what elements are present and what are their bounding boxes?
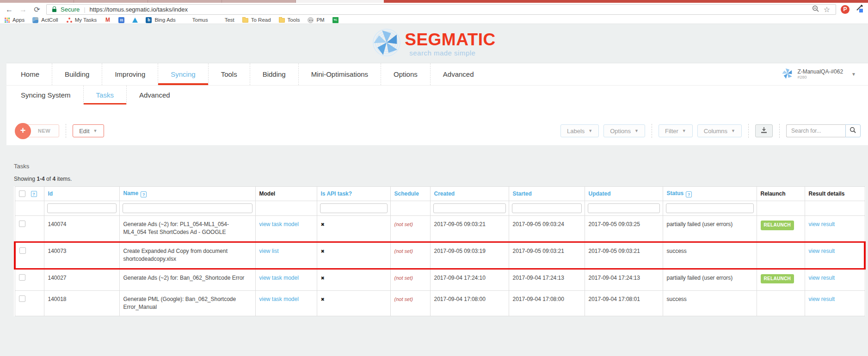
edit-button[interactable]: Edit ▼ — [73, 124, 104, 137]
colorzilla-extension-icon[interactable] — [855, 5, 863, 15]
sort-link-schedule[interactable]: Schedule — [394, 190, 419, 197]
forward-button[interactable]: → — [18, 6, 28, 14]
filter-input-started[interactable] — [512, 203, 582, 213]
filter-input-name[interactable] — [123, 203, 252, 213]
browser-tab[interactable] — [74, 0, 148, 3]
view-model-link[interactable]: view task model — [259, 275, 299, 281]
new-task-button[interactable]: + NEW — [15, 124, 59, 137]
filter-cell-schedule — [390, 201, 430, 216]
row-checkbox[interactable] — [19, 247, 26, 254]
view-model-link[interactable]: view task model — [259, 296, 299, 302]
sort-link-updated[interactable]: Updated — [589, 190, 611, 197]
column-header-result-details: Result details — [805, 187, 865, 201]
filter-cell-relaunch — [757, 201, 805, 216]
filter-cell-id — [44, 201, 119, 216]
folder-icon — [279, 18, 285, 23]
row-checkbox[interactable] — [19, 274, 25, 281]
nav-tab-mini-optimisations[interactable]: Mini-Optimisations — [298, 63, 381, 85]
labels-button[interactable]: Labels▼ — [560, 124, 599, 137]
select-all-checkbox[interactable] — [19, 190, 25, 197]
ms-squares-icon — [216, 17, 222, 23]
bookmark-test[interactable]: Test — [216, 17, 234, 23]
cell-model: view task model — [255, 216, 317, 242]
filter-input-created[interactable] — [433, 203, 506, 213]
bookmark-tc[interactable]: TC — [332, 17, 339, 23]
bookmark-bing-ads[interactable]: bBing Ads — [146, 17, 175, 23]
address-bar[interactable]: Secure | https://tomus.segmatic.io/tasks… — [46, 4, 836, 15]
bookmark-apps[interactable]: Apps — [5, 17, 25, 23]
tab-strip-background — [384, 0, 868, 3]
filter-input-status[interactable] — [666, 203, 754, 213]
filter-input-is-api-task[interactable] — [320, 203, 388, 213]
view-model-link[interactable]: view list — [259, 248, 279, 254]
relaunch-button[interactable]: RELAUNCH — [761, 221, 794, 230]
filter-input-updated[interactable] — [588, 203, 660, 213]
reload-button[interactable]: ⟳ — [32, 5, 42, 14]
column-header-updated: Updated — [585, 187, 663, 201]
sort-link-model: Model — [259, 190, 276, 197]
bookmark-actcoll[interactable]: ActColl — [32, 17, 58, 23]
back-button[interactable]: ← — [5, 6, 14, 14]
view-result-link[interactable]: view result — [809, 296, 835, 302]
nav-tab-advanced[interactable]: Advanced — [430, 63, 486, 85]
x-mark-icon: ✖ — [321, 276, 325, 281]
bookmark-tomus[interactable]: Tomus — [184, 17, 208, 23]
nav-tab-tools[interactable]: Tools — [208, 63, 250, 85]
nav-tab-options[interactable]: Options — [381, 63, 430, 85]
nav-tab-bidding[interactable]: Bidding — [250, 63, 298, 85]
nav-tab-improving[interactable]: Improving — [102, 63, 158, 85]
bookmark-analytics[interactable] — [132, 18, 138, 23]
browser-tab[interactable] — [148, 0, 222, 3]
chevron-down-icon: ▼ — [634, 129, 639, 133]
bookmark-to-read[interactable]: To Read — [242, 17, 271, 23]
help-icon[interactable]: ? — [141, 191, 147, 197]
bookmark-gmail[interactable]: M — [105, 17, 111, 23]
bookmark-star-icon[interactable]: ☆ — [824, 5, 830, 14]
nav-tab-building[interactable]: Building — [52, 63, 102, 85]
sort-link-name[interactable]: Name — [123, 190, 139, 196]
table-row: 140018Generate PML (Google): Ban_062_Sho… — [15, 290, 865, 316]
cell-name: Create Expanded Ad Copy from document sh… — [119, 242, 255, 269]
filter-button[interactable]: Filter▼ — [659, 124, 693, 137]
pocket-extension-icon[interactable]: P — [841, 5, 850, 14]
page-title: Tasks — [14, 163, 864, 170]
row-checkbox[interactable] — [19, 221, 25, 227]
help-icon[interactable]: ? — [686, 191, 692, 197]
browser-tab[interactable] — [222, 0, 296, 3]
bookmark-calendar-31[interactable]: 31 — [118, 17, 124, 23]
zoom-out-icon[interactable] — [812, 5, 819, 14]
bookmark-pm[interactable]: PM — [308, 17, 324, 23]
download-button[interactable] — [755, 124, 773, 137]
help-icon[interactable]: ? — [31, 191, 37, 197]
search-button[interactable] — [845, 124, 861, 137]
nav-tab-syncing[interactable]: Syncing — [158, 63, 208, 85]
view-model-link[interactable]: view task model — [259, 221, 299, 227]
browser-tab[interactable] — [0, 0, 74, 3]
cell-is-api-task: ✖ — [317, 269, 390, 290]
view-result-link[interactable]: view result — [809, 248, 835, 254]
columns-button[interactable]: Columns▼ — [697, 124, 742, 137]
subnav-tab-syncing-system[interactable]: Syncing System — [8, 86, 83, 104]
toolbar-divider — [779, 124, 780, 138]
sort-link-created[interactable]: Created — [434, 190, 455, 197]
bookmark-tools[interactable]: Tools — [279, 17, 300, 23]
user-menu[interactable]: Z-ManualQA-#062 #280 ▼ — [782, 63, 856, 85]
options-button[interactable]: Options▼ — [603, 124, 645, 137]
view-result-link[interactable]: view result — [809, 275, 835, 281]
cell-id: 140018 — [44, 290, 119, 316]
sort-link-started[interactable]: Started — [513, 190, 532, 197]
sort-link-is-api-task[interactable]: Is API task? — [321, 190, 352, 197]
gmail-icon: M — [105, 17, 111, 23]
filter-input-id[interactable] — [47, 203, 117, 213]
search-input[interactable] — [786, 124, 845, 137]
subnav-tab-tasks[interactable]: Tasks — [83, 86, 126, 104]
bookmark-my-tasks[interactable]: My Tasks — [66, 17, 97, 23]
sort-link-id[interactable]: Id — [48, 190, 53, 197]
browser-active-tab[interactable] — [296, 0, 384, 3]
nav-tab-home[interactable]: Home — [8, 63, 52, 85]
row-checkbox[interactable] — [19, 295, 25, 302]
subnav-tab-advanced[interactable]: Advanced — [126, 86, 183, 104]
relaunch-button[interactable]: RELAUNCH — [761, 274, 794, 284]
view-result-link[interactable]: view result — [809, 221, 835, 227]
sort-link-status[interactable]: Status — [667, 190, 684, 196]
